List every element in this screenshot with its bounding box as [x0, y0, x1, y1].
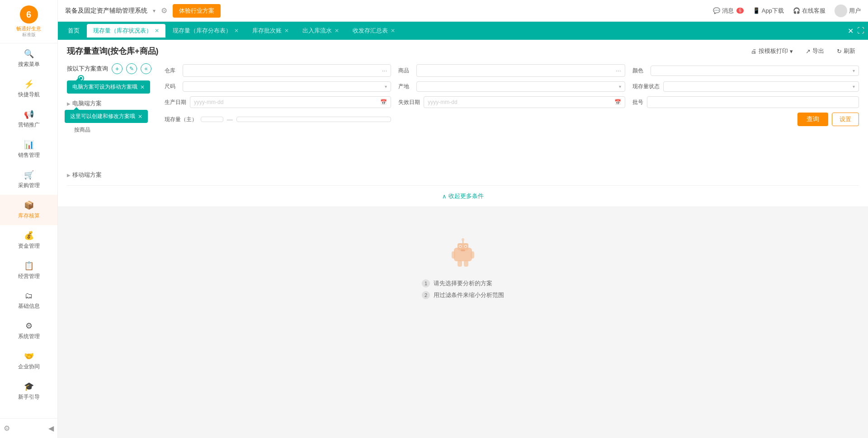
settings-header-icon[interactable]: ⚙	[161, 6, 167, 15]
scheme-item-goods[interactable]: 按商品	[67, 123, 157, 137]
inventory-icon: 📦	[24, 200, 34, 210]
system-dropdown-icon[interactable]: ▾	[153, 8, 156, 14]
settings-bottom-icon[interactable]: ⚙	[4, 424, 10, 433]
origin-select[interactable]: ▾	[416, 81, 625, 92]
tab-close-inventory-status[interactable]: ✕	[155, 28, 159, 34]
sidebar-item-label: 资金管理	[18, 242, 40, 250]
tab-summary[interactable]: 收发存汇总表 ✕	[346, 24, 401, 38]
main-area: 装备及固定资产辅助管理系统 ▾ ⚙ 体验行业方案 💬 消息 6 📱 App下载 …	[58, 0, 868, 438]
goods-select[interactable]: ···	[416, 64, 625, 77]
user-action[interactable]: 用户	[835, 5, 861, 17]
refresh-button[interactable]: ↻ 刷新	[833, 45, 859, 57]
tab-close-inventory-dist[interactable]: ✕	[234, 28, 239, 34]
sidebar-bottom: ⚙ ◀	[0, 418, 57, 438]
sidebar-item-label: 基础信息	[18, 302, 40, 310]
production-date-calendar-icon: 📅	[380, 99, 387, 105]
tab-batch[interactable]: 库存批次账 ✕	[246, 24, 295, 38]
collapse-up-icon: ∧	[442, 193, 447, 200]
sidebar-item-sales[interactable]: 📊销售管理	[0, 134, 57, 165]
sidebar-item-enterprise[interactable]: 🤝企业协同	[0, 346, 57, 376]
production-date-input[interactable]: yyyy-mm-dd 📅	[190, 96, 391, 108]
headset-icon: 🎧	[793, 7, 800, 14]
sidebar-item-label: 营销推广	[18, 121, 40, 129]
filter-label: 按以下方案查询	[67, 65, 108, 73]
collapse-sidebar-icon[interactable]: ◀	[48, 424, 54, 433]
batch-input[interactable]	[647, 96, 859, 108]
logo-icon: 6	[20, 5, 38, 24]
enterprise-icon: 🤝	[24, 351, 34, 361]
sidebar-item-basic[interactable]: 🗂基础信息	[0, 286, 57, 316]
sidebar-nav: 🔍搜索菜单⚡快捷导航📢营销推广📊销售管理🛒采购管理📦库存核算💰资金管理📋经营管理…	[0, 43, 57, 418]
sidebar-item-finance[interactable]: 💰资金管理	[0, 225, 57, 255]
svg-point-12	[462, 238, 464, 241]
sidebar-item-search[interactable]: 🔍搜索菜单	[0, 43, 57, 74]
notifications-action[interactable]: 💬 消息 6	[713, 7, 744, 15]
sidebar-item-label: 企业协同	[18, 363, 40, 371]
search-button[interactable]: 查询	[797, 113, 828, 126]
color-select[interactable]: ▾	[651, 66, 859, 76]
origin-field: 产地 ▾	[398, 81, 625, 92]
system-title: 装备及固定资产辅助管理系统	[65, 7, 147, 15]
edit-tooltip-close[interactable]: ✕	[138, 113, 142, 120]
industry-button[interactable]: 体验行业方案	[173, 4, 221, 18]
back-scheme-button[interactable]: «	[141, 63, 151, 74]
color-label: 颜色	[632, 67, 647, 75]
page-content: 现存量查询(按仓库+商品) 🖨 按模板打印 ▾ ↗ 导出 ↻ 刷新	[58, 40, 868, 438]
tab-close-batch[interactable]: ✕	[284, 28, 289, 34]
mobile-scheme-header[interactable]: ▶ 移动端方案	[67, 168, 157, 182]
app-download-action[interactable]: 📱 App下载	[753, 7, 784, 15]
stock-status-select[interactable]: ▾	[663, 81, 859, 92]
print-button[interactable]: 🖨 按模板打印 ▾	[747, 45, 797, 57]
tab-close-inout[interactable]: ✕	[335, 28, 339, 34]
sidebar-item-guide[interactable]: 🎓新手引导	[0, 376, 57, 406]
sidebar-item-inventory[interactable]: 📦库存核算	[0, 195, 57, 225]
collapse-button[interactable]: ∧ 收起更多条件	[67, 189, 859, 203]
print-dropdown-icon: ▾	[790, 48, 793, 55]
size-field: 尺码 ▾	[165, 81, 391, 92]
tab-expand-icon[interactable]: ⛶	[857, 27, 864, 35]
sidebar-item-quick-nav[interactable]: ⚡快捷导航	[0, 74, 57, 104]
svg-rect-10	[464, 260, 468, 267]
size-select[interactable]: ▾	[183, 81, 391, 92]
page-title: 现存量查询(按仓库+商品)	[67, 46, 159, 57]
print-icon: 🖨	[751, 48, 757, 55]
notification-badge: 6	[736, 8, 744, 14]
stock-status-arrow: ▾	[853, 84, 855, 89]
mobile-scheme-group: ▶ 移动端方案	[67, 168, 157, 182]
scheme-tooltip-close[interactable]: ✕	[140, 84, 145, 90]
sidebar-item-marketing[interactable]: 📢营销推广	[0, 104, 57, 134]
stock-main-min[interactable]	[201, 117, 223, 122]
tab-close-summary[interactable]: ✕	[391, 28, 395, 34]
online-support-action[interactable]: 🎧 在线客服	[793, 7, 826, 15]
edit-tooltip: 这里可以创建和修改方案哦 ✕	[65, 110, 148, 123]
tab-close-all-icon[interactable]: ✕	[848, 27, 854, 35]
empty-step-1: 1 请先选择要分析的方案	[422, 279, 504, 287]
tab-home[interactable]: 首页	[61, 24, 86, 38]
sidebar-item-system[interactable]: ⚙系统管理	[0, 316, 57, 346]
finance-icon: 💰	[24, 231, 34, 240]
guide-icon: 🎓	[24, 381, 34, 391]
stock-main-max[interactable]	[236, 117, 391, 122]
add-scheme-button[interactable]: +	[112, 63, 123, 74]
operation-icon: 📋	[24, 261, 34, 271]
stock-main-label: 现存量（主）	[165, 116, 197, 123]
search-icon: 🔍	[24, 49, 34, 59]
batch-field: 批号	[632, 96, 859, 108]
edit-scheme-button[interactable]: ✎	[126, 63, 137, 74]
expiry-date-input[interactable]: yyyy-mm-dd 📅	[424, 96, 625, 108]
sidebar-item-operation[interactable]: 📋经营管理	[0, 255, 57, 286]
warehouse-select[interactable]: ···	[183, 64, 391, 77]
desktop-scheme-header[interactable]: ▶ 电脑端方案	[67, 97, 157, 110]
svg-rect-7	[452, 251, 455, 259]
sidebar-item-purchase[interactable]: 🛒采购管理	[0, 165, 57, 195]
tab-inventory-dist[interactable]: 现存量（库存分布表） ✕	[166, 24, 245, 38]
tab-inventory-status[interactable]: 现存量（库存状况表） ✕	[87, 24, 165, 38]
tab-inout[interactable]: 出入库流水 ✕	[296, 24, 345, 38]
warehouse-label: 仓库	[165, 67, 179, 75]
goods-field: 商品 ···	[398, 64, 625, 77]
export-button[interactable]: ↗ 导出	[802, 45, 828, 57]
filter-row-3: 生产日期 yyyy-mm-dd 📅 失效日期 yyyy-mm-dd 📅	[165, 96, 859, 108]
settings-button[interactable]: 设置	[832, 113, 859, 126]
phone-icon: 📱	[753, 7, 760, 14]
origin-label: 产地	[398, 83, 413, 90]
